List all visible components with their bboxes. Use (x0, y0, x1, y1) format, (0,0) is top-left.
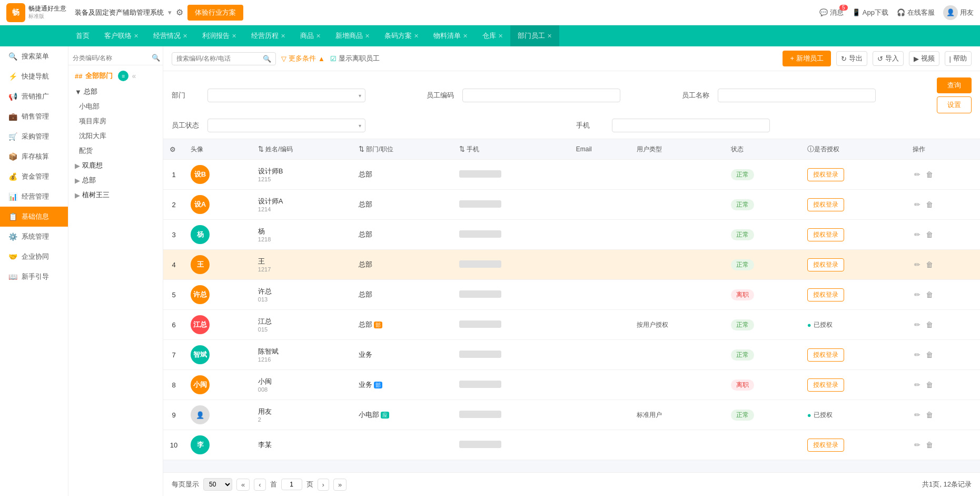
nav-customer[interactable]: 客户联络 ✕ (97, 25, 146, 46)
phone-input[interactable] (612, 119, 770, 132)
dept-item-small-elec[interactable]: 小电部 (68, 99, 163, 114)
sidebar-item-marketing[interactable]: 📢 营销推广 (0, 86, 68, 106)
status-select[interactable] (207, 119, 365, 132)
add-employee-button[interactable]: + 新增员工 (783, 51, 830, 66)
nav-home[interactable]: 首页 (68, 25, 97, 46)
dept-select[interactable] (207, 89, 365, 102)
dept-group-zongbu[interactable]: ▶ 总部 (68, 173, 163, 188)
nav-department[interactable]: 部门员工 ✕ (510, 25, 559, 46)
delete-button[interactable]: 🗑 (926, 230, 933, 239)
auth-button[interactable]: 授权登录 (807, 378, 844, 392)
first-page-button[interactable]: « (236, 479, 250, 491)
delete-button[interactable]: 🗑 (926, 290, 933, 299)
auth-button[interactable]: 授权登录 (807, 228, 844, 241)
trial-button[interactable]: 体验行业方案 (187, 5, 243, 21)
sidebar-item-sales[interactable]: 💼 销售管理 (0, 106, 68, 127)
view-button[interactable]: ▶ 视频 (909, 51, 939, 66)
close-icon[interactable]: ✕ (281, 33, 285, 40)
import-button[interactable]: ↺ 导入 (873, 51, 904, 66)
close-icon[interactable]: ✕ (498, 33, 503, 40)
close-icon[interactable]: ✕ (183, 33, 187, 40)
delete-button[interactable]: 🗑 (926, 200, 933, 209)
auth-button[interactable]: 授权登录 (807, 439, 844, 452)
close-icon[interactable]: ✕ (232, 33, 236, 40)
edit-button[interactable]: ✏ (914, 351, 920, 359)
dept-group-general[interactable]: ▼ 总部 (68, 84, 163, 99)
emp-name-input[interactable] (718, 89, 876, 102)
sidebar-item-inventory[interactable]: 📦 库存核算 (0, 147, 68, 167)
edit-button[interactable]: ✏ (914, 381, 920, 389)
sidebar-item-search[interactable]: 🔍 搜索菜单 (0, 46, 68, 66)
set-button[interactable]: 设置 (937, 96, 972, 113)
close-icon[interactable]: ✕ (547, 33, 552, 40)
current-page-input[interactable] (281, 479, 302, 490)
gear-icon[interactable]: ⚙ (176, 7, 183, 17)
collapse-button[interactable]: ≡ (118, 71, 128, 81)
edit-button[interactable]: ✏ (914, 411, 920, 419)
delete-button[interactable]: 🗑 (926, 260, 933, 269)
edit-button[interactable]: ✏ (914, 441, 920, 449)
auth-button[interactable]: 授权登录 (807, 258, 844, 271)
sidebar-item-cooperation[interactable]: 🤝 企业协同 (0, 247, 68, 267)
collapse-icon[interactable]: « (132, 72, 136, 80)
auth-button[interactable]: 授权登录 (807, 288, 844, 302)
dept-all[interactable]: ## 全部部门 ≡ « (68, 67, 163, 84)
page-size-select[interactable]: 50 100 (203, 478, 232, 491)
delete-button[interactable]: 🗑 (926, 411, 933, 419)
sort-icon[interactable]: ⇅ (459, 145, 465, 153)
delete-button[interactable]: 🗑 (926, 441, 933, 449)
close-icon[interactable]: ✕ (134, 33, 138, 40)
sidebar-item-operation[interactable]: 📊 经营管理 (0, 187, 68, 207)
delete-button[interactable]: 🗑 (926, 381, 933, 389)
close-icon[interactable]: ✕ (316, 33, 321, 40)
sidebar-item-quick-nav[interactable]: ⚡ 快捷导航 (0, 66, 68, 86)
export-button[interactable]: ↻ 导出 (836, 51, 867, 66)
close-icon[interactable]: ✕ (463, 33, 468, 40)
sidebar-item-finance[interactable]: 💰 资金管理 (0, 167, 68, 187)
nav-barcode[interactable]: 条码方案 ✕ (377, 25, 426, 46)
emp-code-input[interactable] (462, 89, 620, 102)
search-input[interactable] (176, 55, 261, 62)
online-support-button[interactable]: 🎧 在线客服 (897, 8, 935, 17)
dept-group-zhishu[interactable]: ▶ 植树王三 (68, 188, 163, 202)
close-icon[interactable]: ✕ (365, 33, 370, 40)
nav-product[interactable]: 商品 ✕ (293, 25, 328, 46)
nav-history[interactable]: 经营历程 ✕ (244, 25, 293, 46)
query-button[interactable]: 查询 (937, 77, 972, 93)
dept-item-shenyang[interactable]: 沈阳大库 (68, 129, 163, 143)
last-page-button[interactable]: » (333, 479, 347, 491)
dept-item-project-room[interactable]: 项目库房 (68, 114, 163, 129)
delete-button[interactable]: 🗑 (926, 170, 933, 179)
help-button[interactable]: | 帮助 (945, 51, 972, 66)
prev-page-button[interactable]: ‹ (254, 479, 265, 491)
sort-icon[interactable]: ⇅ (359, 145, 364, 153)
message-button[interactable]: 💬 消息 5 (819, 8, 844, 17)
settings-icon[interactable]: ⚙ (170, 145, 176, 153)
nav-business[interactable]: 经营情况 ✕ (146, 25, 195, 46)
nav-warehouse[interactable]: 仓库 ✕ (475, 25, 510, 46)
next-page-button[interactable]: › (318, 479, 329, 491)
sidebar-item-purchase[interactable]: 🛒 采购管理 (0, 127, 68, 147)
dept-item-distribution[interactable]: 配货 (68, 143, 163, 158)
auth-button[interactable]: 授权登录 (807, 198, 844, 211)
edit-button[interactable]: ✏ (914, 200, 920, 209)
app-download-button[interactable]: 📱 App下载 (852, 8, 888, 17)
edit-button[interactable]: ✏ (914, 260, 920, 269)
edit-button[interactable]: ✏ (914, 320, 920, 329)
delete-button[interactable]: 🗑 (926, 351, 933, 359)
dept-group-shuanglu[interactable]: ▶ 双鹿想 (68, 158, 163, 173)
nav-bom[interactable]: 物料清单 ✕ (426, 25, 475, 46)
nav-new-product[interactable]: 新增商品 ✕ (328, 25, 377, 46)
auth-button[interactable]: 授权登录 (807, 348, 844, 362)
sidebar-item-basic-info[interactable]: 📋 基础信息 (0, 207, 68, 227)
edit-button[interactable]: ✏ (914, 290, 920, 299)
nav-profit[interactable]: 利润报告 ✕ (195, 25, 244, 46)
sidebar-item-system[interactable]: ⚙️ 系统管理 (0, 227, 68, 247)
close-icon[interactable]: ✕ (414, 33, 419, 40)
dropdown-arrow-icon[interactable]: ▾ (168, 8, 172, 16)
user-area[interactable]: 👤 用友 (943, 5, 974, 20)
sidebar-item-guide[interactable]: 📖 新手引导 (0, 267, 68, 287)
delete-button[interactable]: 🗑 (926, 320, 933, 329)
show-resigned-toggle[interactable]: ☑ 显示离职员工 (330, 54, 380, 63)
edit-button[interactable]: ✏ (914, 230, 920, 239)
